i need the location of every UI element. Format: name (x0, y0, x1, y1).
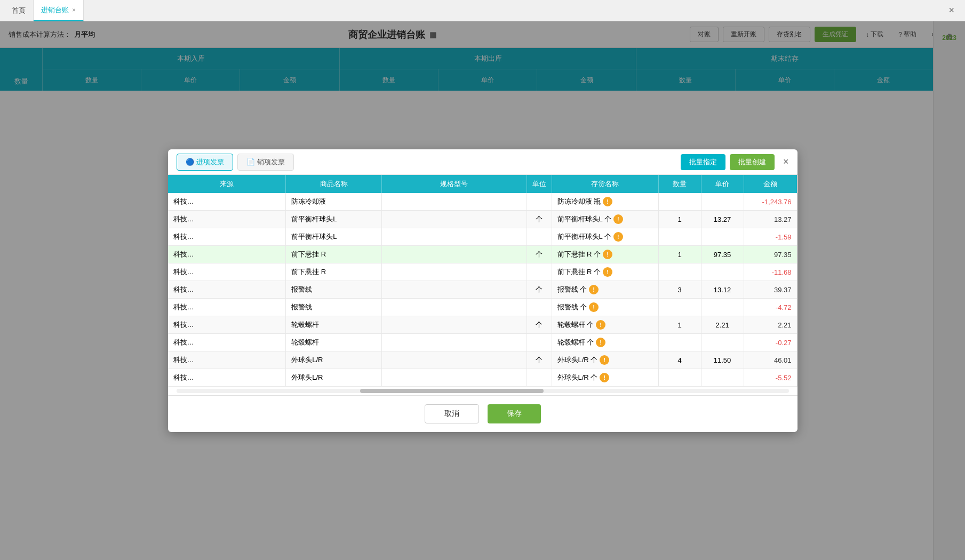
col-inventory-name: 存货名称 (552, 175, 658, 193)
warning-icon: ! (603, 267, 612, 277)
cell-unit: 个 (527, 281, 552, 299)
cell-spec (382, 334, 527, 351)
warning-icon: ! (596, 320, 605, 330)
cell-unit-price (701, 263, 744, 281)
cell-inventory-name: 前下悬挂 R 个! (552, 246, 658, 263)
modal-dialog: 🔵 进项发票 📄 销项发票 批量指定 批量创建 × (168, 149, 797, 432)
cell-inventory-name: 前下悬挂 R 个! (552, 263, 658, 281)
modal-header: 🔵 进项发票 📄 销项发票 批量指定 批量创建 × (168, 149, 797, 175)
cell-product-name: 前平衡杆球头L (286, 211, 382, 228)
table-row[interactable]: 科技… 前平衡杆球头L 前平衡杆球头L 个! -1.59 (168, 228, 797, 246)
tab-ledger[interactable]: 进销台账 × (34, 0, 84, 21)
cell-unit-price (701, 299, 744, 316)
cancel-button[interactable]: 取消 (425, 404, 479, 423)
batch-assign-button[interactable]: 批量指定 (681, 154, 725, 170)
warning-icon: ! (589, 285, 599, 294)
cell-qty (658, 193, 701, 211)
cell-source: 科技… (168, 281, 286, 299)
cell-qty (658, 228, 701, 246)
warning-icon: ! (600, 373, 609, 382)
cell-unit-price (701, 334, 744, 351)
tab-close-ledger[interactable]: × (72, 6, 76, 14)
cell-qty: 1 (658, 246, 701, 263)
warning-icon: ! (596, 338, 605, 347)
cell-spec (382, 316, 527, 334)
cell-amount: -1,243.76 (744, 193, 797, 211)
tab-sales-invoice[interactable]: 📄 销项发票 (237, 154, 294, 171)
cell-unit: 个 (527, 351, 552, 369)
modal-close-button[interactable]: × (783, 156, 789, 167)
cell-product-name: 外球头L/R (286, 369, 382, 387)
cell-amount: -11.68 (744, 263, 797, 281)
cell-inventory-name: 前平衡杆球头L 个! (552, 211, 658, 228)
cell-qty (658, 369, 701, 387)
cell-inventory-name: 外球头L/R 个! (552, 369, 658, 387)
sales-tab-icon: 📄 (246, 158, 255, 166)
table-row[interactable]: 科技… 前平衡杆球头L 个 前平衡杆球头L 个! 1 13.27 13.27 (168, 211, 797, 228)
cell-unit-price (701, 228, 744, 246)
cell-spec (382, 211, 527, 228)
cell-amount: -0.27 (744, 334, 797, 351)
cell-amount: 46.01 (744, 351, 797, 369)
main-content: 销售成本计算方法： 月平均 商贸企业进销台账 ▦ 对账 重新开账 存货别名 生成… (0, 21, 965, 560)
modal-header-actions: 批量指定 批量创建 × (681, 154, 789, 170)
warning-icon: ! (603, 250, 612, 259)
cell-unit (527, 369, 552, 387)
cell-amount: -5.52 (744, 369, 797, 387)
table-row[interactable]: 科技… 外球头L/R 个 外球头L/R 个! 4 11.50 46.01 (168, 351, 797, 369)
cell-inventory-name: 报警线 个! (552, 281, 658, 299)
table-row[interactable]: 科技… 外球头L/R 外球头L/R 个! -5.52 (168, 369, 797, 387)
cell-spec (382, 228, 527, 246)
cell-unit (527, 334, 552, 351)
table-row[interactable]: 科技… 轮毂螺杆 个 轮毂螺杆 个! 1 2.21 2.21 (168, 316, 797, 334)
cell-product-name: 报警线 (286, 281, 382, 299)
cell-product-name: 前下悬挂 R (286, 263, 382, 281)
cell-unit-price: 97.35 (701, 246, 744, 263)
cell-qty: 1 (658, 211, 701, 228)
scrollbar-thumb (360, 389, 544, 393)
cell-unit-price: 13.27 (701, 211, 744, 228)
modal-table-wrap[interactable]: 来源 商品名称 规格型号 单位 存货名称 数量 单价 金额 科技… 防冻冷却液 (168, 175, 797, 387)
cell-amount: 2.21 (744, 316, 797, 334)
cell-amount: 13.27 (744, 211, 797, 228)
cell-source: 科技… (168, 316, 286, 334)
table-row[interactable]: 科技… 报警线 个 报警线 个! 3 13.12 39.37 (168, 281, 797, 299)
col-qty: 数量 (658, 175, 701, 193)
window-close-button[interactable]: × (942, 5, 961, 16)
table-row[interactable]: 科技… 轮毂螺杆 轮毂螺杆 个! -0.27 (168, 334, 797, 351)
cell-qty: 4 (658, 351, 701, 369)
table-row[interactable]: 科技… 防冻冷却液 防冻冷却液 瓶! -1,243.76 (168, 193, 797, 211)
cell-unit-price (701, 369, 744, 387)
col-product-name: 商品名称 (286, 175, 382, 193)
warning-icon: ! (600, 355, 609, 365)
save-button[interactable]: 保存 (488, 404, 541, 423)
table-row[interactable]: 科技… 前下悬挂 R 前下悬挂 R 个! -11.68 (168, 263, 797, 281)
horizontal-scrollbar[interactable] (177, 389, 789, 393)
cell-unit-price: 11.50 (701, 351, 744, 369)
table-row[interactable]: 科技… 报警线 报警线 个! -4.72 (168, 299, 797, 316)
cell-qty (658, 334, 701, 351)
cell-source: 科技… (168, 263, 286, 281)
cell-spec (382, 246, 527, 263)
cell-source: 科技… (168, 246, 286, 263)
cell-amount: 97.35 (744, 246, 797, 263)
batch-create-button[interactable]: 批量创建 (730, 154, 775, 170)
col-unit: 单位 (527, 175, 552, 193)
table-row[interactable]: 科技… 前下悬挂 R 个 前下悬挂 R 个! 1 97.35 97.35 (168, 246, 797, 263)
cell-unit (527, 263, 552, 281)
cell-amount: 39.37 (744, 281, 797, 299)
cell-spec (382, 193, 527, 211)
cell-product-name: 防冻冷却液 (286, 193, 382, 211)
cell-qty (658, 299, 701, 316)
invoice-table: 来源 商品名称 规格型号 单位 存货名称 数量 单价 金额 科技… 防冻冷却液 (168, 175, 797, 387)
warning-icon: ! (613, 214, 623, 224)
tab-purchase-invoice[interactable]: 🔵 进项发票 (177, 154, 233, 171)
cell-source: 科技… (168, 228, 286, 246)
cell-unit-price: 2.21 (701, 316, 744, 334)
cell-inventory-name: 防冻冷却液 瓶! (552, 193, 658, 211)
tab-home[interactable]: 首页 (4, 0, 34, 21)
cell-product-name: 前下悬挂 R (286, 246, 382, 263)
cell-qty: 1 (658, 316, 701, 334)
tab-bar: 首页 进销台账 × × (0, 0, 965, 21)
cell-qty (658, 263, 701, 281)
